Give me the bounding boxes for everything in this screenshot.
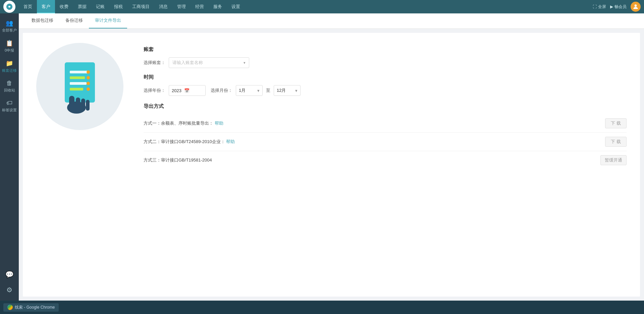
svg-rect-13: [76, 98, 80, 111]
sidebar-item-account-migrate[interactable]: 📁 账套迁移: [0, 56, 19, 76]
svg-rect-12: [69, 96, 74, 111]
account-select-input[interactable]: 请输入账套名称 ▾: [169, 57, 249, 68]
user-avatar[interactable]: [631, 2, 641, 12]
year-value: 2023: [172, 88, 181, 93]
svg-point-7: [87, 70, 90, 74]
svg-rect-4: [70, 76, 85, 79]
month-end-value: 12月: [277, 87, 286, 93]
page-content: 账套 选择账套： 请输入账套名称 ▾ 时间 选择年份：: [23, 33, 640, 297]
export-row-3: 方式三：审计接口GB/T19581-2004 暂缓开通: [144, 151, 627, 169]
month-label: 选择月份：: [209, 87, 232, 93]
top-nav-right: ⛶ 全屏 ▶ 畅会员: [593, 2, 641, 12]
member-label: 畅会员: [614, 4, 627, 10]
time-section: 时间 选择年份： 2023 📅 选择月份： 1月 ▾: [144, 74, 627, 96]
sidebar-label-account-migrate: 账套迁移: [2, 68, 17, 73]
tab-data-migrate[interactable]: 数据包迁移: [25, 13, 59, 28]
tab-backup-migrate[interactable]: 备份迁移: [59, 13, 89, 28]
sidebar-item-zero-declare[interactable]: 📋 0申报: [0, 36, 19, 56]
sidebar: 👥 全部客户 📋 0申报 📁 账套迁移 🗑 回收站 🏷 标签设置 💬 ⚙: [0, 13, 19, 301]
nav-manage[interactable]: 管理: [172, 0, 191, 13]
export-label-1: 方式一：余额表、序时账批量导出： 帮助: [144, 120, 602, 126]
sidebar-label-recycle: 回收站: [4, 88, 15, 93]
svg-rect-6: [70, 88, 83, 90]
time-separator: 至: [266, 87, 270, 93]
svg-point-10: [87, 87, 90, 91]
top-nav: 首页 客户 收费 票据 记账 报税 工商项目 消息 管理 经营 服务 设置 ⛶ …: [0, 0, 644, 13]
chrome-icon: [7, 305, 13, 310]
account-select-label: 选择账套：: [144, 60, 165, 66]
nav-billing[interactable]: 收费: [55, 0, 73, 13]
member-button[interactable]: ▶ 畅会员: [610, 4, 627, 10]
export-row-2: 方式二：审计接口GB/T24589-2010企业： 帮助 下 载: [144, 133, 627, 151]
sidebar-bottom: 💬 ⚙: [3, 268, 16, 301]
export-section: 导出方式 方式一：余额表、序时账批量导出： 帮助 下 载 方式二：审计接口GB/…: [144, 103, 627, 169]
account-migrate-icon: 📁: [6, 60, 13, 67]
illustration: [36, 43, 123, 130]
year-label: 选择年份：: [144, 87, 165, 93]
fullscreen-button[interactable]: ⛶ 全屏: [593, 4, 606, 10]
export-download-btn-1[interactable]: 下 载: [605, 118, 627, 128]
svg-rect-5: [70, 82, 87, 85]
all-customers-icon: 👥: [6, 19, 13, 27]
export-row-1: 方式一：余额表、序时账批量导出： 帮助 下 载: [144, 114, 627, 133]
account-select-row: 选择账套： 请输入账套名称 ▾: [144, 57, 627, 68]
illustration-svg: [53, 56, 107, 118]
svg-point-1: [635, 4, 637, 7]
sidebar-item-all-customers[interactable]: 👥 全部客户: [0, 16, 19, 36]
tab-audit-export[interactable]: 审计文件导出: [89, 13, 127, 28]
time-section-title: 时间: [144, 74, 627, 80]
time-row: 选择年份： 2023 📅 选择月份： 1月 ▾ 至: [144, 85, 627, 96]
sidebar-help-icon[interactable]: 💬: [3, 268, 16, 281]
nav-service[interactable]: 服务: [209, 0, 227, 13]
content-area: 数据包迁移 备份迁移 审计文件导出: [19, 13, 644, 301]
nav-items: 首页 客户 收费 票据 记账 报税 工商项目 消息 管理 经营 服务 设置: [19, 0, 593, 13]
fullscreen-label: 全屏: [598, 4, 606, 10]
nav-accounting[interactable]: 记账: [91, 0, 109, 13]
export-section-title: 导出方式: [144, 103, 627, 110]
nav-message[interactable]: 消息: [154, 0, 172, 13]
svg-rect-15: [86, 100, 90, 111]
app-logo[interactable]: [3, 1, 15, 13]
month-start-value: 1月: [239, 87, 246, 93]
export-open-btn-3[interactable]: 暂缓开通: [600, 155, 627, 165]
chevron-down-icon: ▾: [244, 61, 246, 65]
export-label-2: 方式二：审计接口GB/T24589-2010企业： 帮助: [144, 139, 602, 145]
nav-settings[interactable]: 设置: [227, 0, 245, 13]
chevron-down-month-end-icon: ▾: [295, 88, 298, 93]
zero-declare-icon: 📋: [6, 40, 13, 47]
sidebar-label-tag-settings: 标签设置: [2, 108, 17, 113]
month-end-select[interactable]: 12月 ▾: [274, 85, 301, 96]
nav-business[interactable]: 工商项目: [127, 0, 154, 13]
calendar-icon: 📅: [184, 88, 190, 93]
taskbar-chrome-item[interactable]: 线索 - Google Chrome: [3, 303, 59, 312]
svg-point-8: [87, 76, 90, 79]
member-icon: ▶: [610, 4, 613, 9]
sidebar-item-recycle[interactable]: 🗑 回收站: [0, 76, 19, 96]
month-start-select[interactable]: 1月 ▾: [236, 85, 263, 96]
nav-operation[interactable]: 经营: [191, 0, 209, 13]
tabs-bar: 数据包迁移 备份迁移 审计文件导出: [19, 13, 644, 29]
sidebar-label-all-customers: 全部客户: [2, 28, 17, 33]
svg-rect-14: [81, 99, 85, 111]
export-label-3: 方式三：审计接口GB/T19581-2004: [144, 157, 597, 163]
nav-customer[interactable]: 客户: [37, 0, 55, 13]
form-side: 账套 选择账套： 请输入账套名称 ▾ 时间 选择年份：: [144, 43, 627, 169]
export-download-btn-2[interactable]: 下 载: [605, 137, 627, 147]
fullscreen-icon: ⛶: [593, 4, 597, 9]
taskbar: 线索 - Google Chrome: [0, 301, 644, 314]
export-help-link-2[interactable]: 帮助: [226, 139, 235, 144]
nav-invoice[interactable]: 票据: [73, 0, 91, 13]
svg-point-9: [87, 82, 90, 85]
export-help-link-1[interactable]: 帮助: [215, 121, 223, 126]
nav-tax[interactable]: 报税: [109, 0, 127, 13]
sidebar-support-icon[interactable]: ⚙: [4, 283, 15, 297]
svg-rect-3: [70, 71, 88, 73]
year-input[interactable]: 2023 📅: [169, 85, 206, 96]
account-select-placeholder: 请输入账套名称: [172, 60, 203, 66]
sidebar-item-tag-settings[interactable]: 🏷 标签设置: [0, 96, 19, 116]
recycle-icon: 🗑: [6, 80, 12, 87]
chevron-down-month-icon: ▾: [257, 88, 260, 93]
nav-home[interactable]: 首页: [19, 0, 37, 13]
page-inner: 账套 选择账套： 请输入账套名称 ▾ 时间 选择年份：: [36, 43, 627, 169]
main-layout: 👥 全部客户 📋 0申报 📁 账套迁移 🗑 回收站 🏷 标签设置 💬 ⚙ 数据包…: [0, 13, 644, 301]
